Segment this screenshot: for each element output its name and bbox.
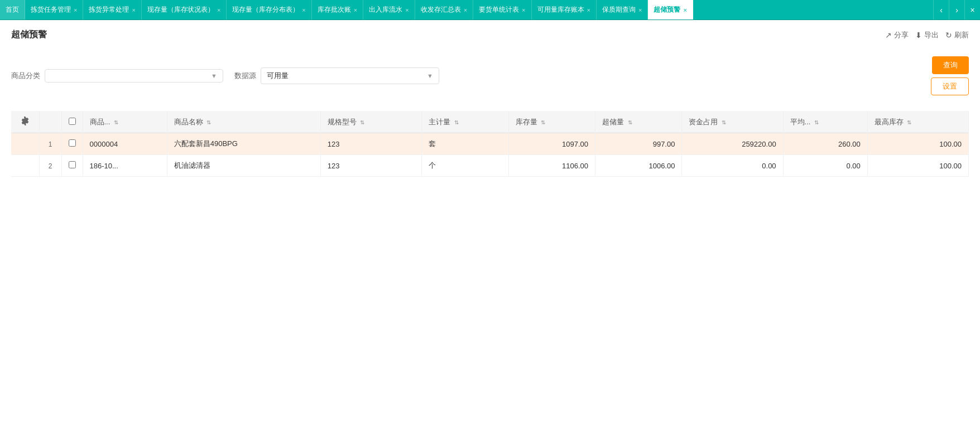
select-all-checkbox[interactable]	[69, 118, 76, 125]
page-title: 超储预警	[11, 29, 47, 41]
col-unit[interactable]: 主计量 ⇅	[422, 111, 508, 133]
nav-tab-available-ledger[interactable]: 可用量库存账本 ×	[532, 0, 597, 20]
nav-tab-quality-query-label: 保质期查询	[602, 5, 636, 14]
nav-tab-collect-summary[interactable]: 收发存汇总表 ×	[415, 0, 473, 20]
col-product-name-label: 商品名称	[174, 118, 203, 126]
row-checkbox-cell[interactable]	[61, 155, 83, 177]
row-checkbox[interactable]	[69, 161, 76, 168]
row-avg-price: 0.00	[783, 155, 867, 177]
nav-tab-stock-batch-close[interactable]: ×	[354, 7, 357, 13]
nav-tab-pick-exception-label: 拣货异常处理	[89, 5, 129, 14]
col-spec[interactable]: 规格型号 ⇅	[320, 111, 421, 133]
nav-tab-pick-task[interactable]: 拣货任务管理 ×	[25, 0, 83, 20]
nav-tab-inout-flow-close[interactable]: ×	[405, 7, 409, 13]
refresh-icon: ↻	[945, 31, 952, 40]
datasource-select-value: 可用量	[267, 71, 289, 81]
nav-tab-pick-task-close[interactable]: ×	[74, 7, 77, 13]
col-checkbox[interactable]	[61, 111, 83, 133]
nav-tab-stock-batch-label: 库存批次账	[318, 5, 351, 14]
col-stock-qty[interactable]: 库存量 ⇅	[508, 111, 595, 133]
col-overstock-qty[interactable]: 超储量 ⇅	[595, 111, 681, 133]
export-icon: ⬇	[915, 31, 922, 40]
nav-tab-quality-query-close[interactable]: ×	[638, 7, 642, 13]
nav-prev-button[interactable]: ‹	[933, 0, 949, 20]
nav-tab-overstock-warning-close[interactable]: ×	[683, 7, 686, 13]
col-settings[interactable]	[11, 111, 39, 133]
datasource-chevron-icon: ▼	[427, 72, 433, 79]
nav-tab-home[interactable]: 首页	[0, 0, 25, 20]
row-overstock-qty: 1006.00	[595, 155, 681, 177]
table-body: 1 0000004 六配套新昌490BPG 123 套 1097.00 997.…	[11, 133, 969, 177]
nav-tab-pick-exception[interactable]: 拣货异常处理 ×	[83, 0, 141, 20]
col-rownum	[39, 111, 61, 133]
nav-tab-inout-flow[interactable]: 出入库流水 ×	[363, 0, 415, 20]
table-header-row: 商品... ⇅ 商品名称 ⇅ 规格型号 ⇅ 主计量 ⇅	[11, 111, 969, 133]
nav-tab-available-ledger-label: 可用量库存账本	[537, 5, 584, 14]
row-spec: 123	[320, 155, 421, 177]
row-max-stock: 100.00	[867, 155, 968, 177]
row-num-cell: 2	[39, 155, 61, 177]
col-product-name[interactable]: 商品名称 ⇅	[167, 111, 320, 133]
row-product-code: 186-10...	[83, 155, 167, 177]
nav-tab-order-stat-close[interactable]: ×	[522, 7, 525, 13]
col-capital-usage[interactable]: 资金占用 ⇅	[682, 111, 783, 133]
category-select[interactable]: ▼	[45, 69, 223, 83]
nav-tab-stock-status[interactable]: 现存量（库存状况表） ×	[142, 0, 227, 20]
row-stock-qty: 1106.00	[508, 155, 595, 177]
nav-tab-stock-dist-label: 现存量（库存分布表）	[232, 5, 299, 14]
datasource-filter-label: 数据源	[234, 71, 256, 81]
nav-tab-quality-query[interactable]: 保质期查询 ×	[597, 0, 648, 20]
row-checkbox-cell[interactable]	[61, 133, 83, 155]
nav-tab-pick-exception-close[interactable]: ×	[132, 7, 135, 13]
col-unit-label: 主计量	[429, 118, 450, 126]
row-settings-cell	[11, 133, 39, 155]
row-number: 1	[49, 140, 52, 148]
filter-buttons: 查询 设置	[931, 56, 969, 95]
row-spec: 123	[320, 133, 421, 155]
set-button[interactable]: 设置	[931, 77, 969, 95]
share-button[interactable]: ↗ 分享	[885, 30, 909, 40]
nav-tab-order-stat-label: 要货单统计表	[479, 5, 519, 14]
nav-tab-stock-dist[interactable]: 现存量（库存分布表） ×	[227, 0, 311, 20]
refresh-button[interactable]: ↻ 刷新	[945, 30, 969, 40]
nav-tab-overstock-warning[interactable]: 超储预警 ×	[648, 0, 693, 20]
nav-more-button[interactable]: ×	[964, 0, 980, 20]
col-unit-sort: ⇅	[454, 119, 459, 125]
table-row: 2 186-10... 机油滤清器 123 个 1106.00 1006.00 …	[11, 155, 969, 177]
nav-tab-stock-status-label: 现存量（库存状况表）	[147, 5, 214, 14]
category-filter: 商品分类 ▼	[11, 69, 223, 83]
top-nav: 首页 拣货任务管理 × 拣货异常处理 × 现存量（库存状况表） × 现存量（库存…	[0, 0, 980, 20]
col-overstock-qty-sort: ⇅	[628, 119, 632, 125]
col-avg-price-sort: ⇅	[814, 119, 819, 125]
row-capital-usage: 0.00	[682, 155, 783, 177]
row-settings-cell	[11, 155, 39, 177]
nav-arrows: ‹ › ×	[933, 0, 980, 20]
query-button[interactable]: 查询	[932, 56, 969, 74]
page-header: 超储预警 ↗ 分享 ⬇ 导出 ↻ 刷新	[11, 29, 969, 41]
nav-tab-order-stat[interactable]: 要货单统计表 ×	[473, 0, 531, 20]
nav-tab-overstock-warning-label: 超储预警	[654, 5, 680, 14]
nav-tab-stock-dist-close[interactable]: ×	[302, 7, 305, 13]
nav-tab-pick-task-label: 拣货任务管理	[31, 5, 71, 14]
row-num-cell: 1	[39, 133, 61, 155]
page-content: 超储预警 ↗ 分享 ⬇ 导出 ↻ 刷新 商品分类 ▼ 数据源	[0, 20, 980, 446]
col-capital-usage-label: 资金占用	[689, 118, 718, 126]
nav-tab-stock-batch[interactable]: 库存批次账 ×	[312, 0, 363, 20]
col-spec-label: 规格型号	[328, 118, 357, 126]
col-product-code-label: 商品...	[90, 118, 111, 126]
nav-tab-stock-status-close[interactable]: ×	[217, 7, 220, 13]
refresh-label: 刷新	[954, 30, 969, 40]
nav-tab-available-ledger-close[interactable]: ×	[587, 7, 590, 13]
row-unit: 套	[422, 133, 508, 155]
share-icon: ↗	[885, 31, 892, 40]
nav-next-button[interactable]: ›	[949, 0, 964, 20]
col-max-stock[interactable]: 最高库存 ⇅	[867, 111, 968, 133]
col-product-code[interactable]: 商品... ⇅	[83, 111, 167, 133]
export-button[interactable]: ⬇ 导出	[915, 30, 939, 40]
datasource-select[interactable]: 可用量 ▼	[261, 67, 439, 84]
header-actions: ↗ 分享 ⬇ 导出 ↻ 刷新	[885, 30, 969, 40]
nav-tab-collect-summary-close[interactable]: ×	[464, 7, 467, 13]
col-avg-price[interactable]: 平均... ⇅	[783, 111, 867, 133]
col-stock-qty-sort: ⇅	[541, 119, 545, 125]
row-checkbox[interactable]	[69, 139, 76, 147]
